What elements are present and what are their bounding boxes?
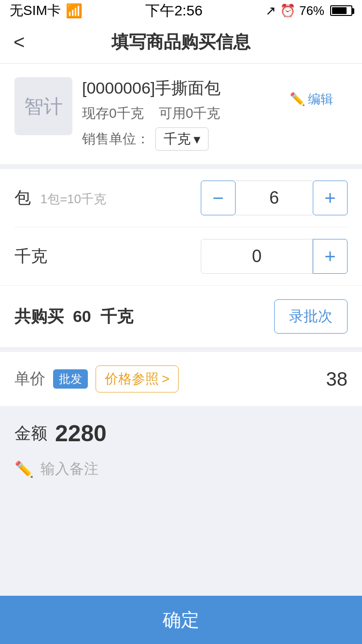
status-bar-right: ↗ ⏰ 76% (265, 3, 352, 18)
price-value: 38 (326, 368, 348, 390)
kg-increment-button[interactable]: + (313, 239, 348, 274)
bao-sublabel: 1包=10千克 (40, 192, 106, 206)
product-unit-row: 销售单位： 千克 ▾ (82, 127, 348, 151)
price-label: 单价 (14, 368, 45, 390)
amount-row: 金额 2280 (14, 420, 348, 447)
product-info: [0000006]手撕面包 现存0千克 可用0千克 销售单位： 千克 ▾ ✏️ … (82, 77, 348, 151)
status-bar: 无SIM卡 📶 下午2:56 ↗ ⏰ 76% (0, 0, 362, 21)
remark-placeholder[interactable]: 输入备注 (41, 459, 98, 479)
price-type-tag: 批发 (53, 369, 88, 389)
bao-stepper: − + (201, 181, 348, 215)
stock-label: 现存0千克 (82, 106, 144, 121)
product-card: 智计 [0000006]手撕面包 现存0千克 可用0千克 销售单位： 千克 ▾ … (0, 64, 362, 169)
bao-increment-button[interactable]: + (313, 181, 348, 215)
kg-label: 千克 (14, 245, 201, 267)
alarm-icon: ⏰ (280, 3, 295, 18)
amount-section: 金额 2280 ✏️ 输入备注 (0, 406, 362, 493)
total-amount: 60 (73, 307, 91, 325)
bao-decrement-button[interactable]: − (201, 181, 236, 215)
confirm-button-label: 确定 (163, 608, 199, 632)
bao-input[interactable] (236, 181, 313, 215)
amount-value: 2280 (55, 420, 107, 447)
unit-prefix: 销售单位： (82, 130, 150, 148)
carrier-label: 无SIM卡 (10, 1, 61, 20)
nav-bar: < 填写商品购买信息 (0, 21, 362, 64)
battery-icon (330, 5, 352, 16)
quantity-section: 包 1包=10千克 − + 千克 + (0, 169, 362, 286)
status-bar-time: 下午2:56 (145, 1, 202, 21)
total-row: 共购买 60 千克 录批次 (0, 286, 362, 352)
price-reference-button[interactable]: 价格参照 > (96, 365, 179, 392)
wifi-icon: 📶 (66, 3, 83, 19)
bao-label: 包 1包=10千克 (14, 187, 201, 209)
edit-icon: ✏️ (290, 92, 305, 107)
pencil-icon: ✏️ (14, 460, 34, 478)
kg-row: 千克 + (14, 227, 348, 285)
back-button[interactable]: < (14, 31, 25, 53)
available-label: 可用0千克 (159, 106, 221, 121)
amount-label: 金额 (14, 422, 47, 445)
thumb-label: 智计 (24, 93, 63, 120)
kg-input[interactable] (201, 239, 313, 274)
chevron-right-icon: > (162, 371, 169, 387)
unit-select[interactable]: 千克 ▾ (155, 127, 209, 151)
product-thumbnail: 智计 (14, 77, 72, 135)
kg-stepper: + (201, 239, 348, 274)
remark-row[interactable]: ✏️ 输入备注 (14, 454, 348, 489)
battery-label: 76% (299, 3, 324, 18)
price-section: 单价 批发 价格参照 > 38 (0, 352, 362, 406)
location-icon: ↗ (265, 3, 276, 18)
confirm-button[interactable]: 确定 (0, 596, 362, 644)
bao-row: 包 1包=10千克 − + (14, 169, 348, 227)
status-bar-left: 无SIM卡 📶 (10, 1, 83, 20)
page-title: 填写商品购买信息 (111, 30, 251, 54)
edit-button[interactable]: ✏️ 编辑 (290, 91, 333, 108)
total-text: 共购买 60 千克 (14, 306, 133, 328)
chevron-down-icon: ▾ (194, 131, 200, 147)
batch-button[interactable]: 录批次 (274, 299, 348, 334)
